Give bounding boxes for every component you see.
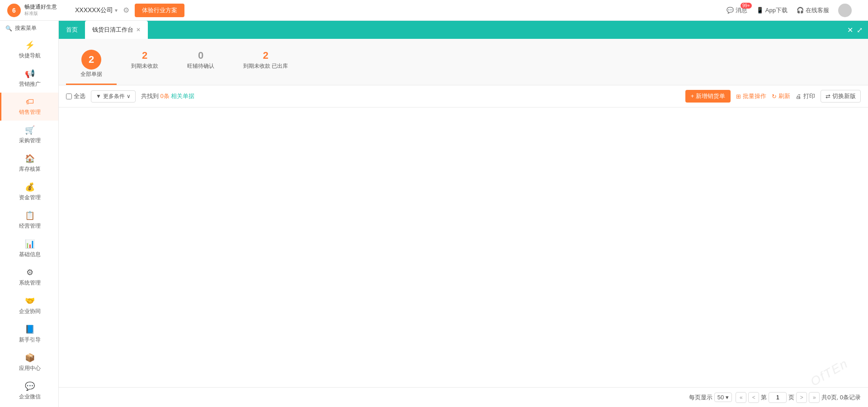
sidebar-item-member[interactable]: V畅会员	[0, 405, 58, 407]
batch-icon: ⊞	[736, 93, 741, 100]
print-icon: 🖨	[796, 93, 802, 100]
tab-close-1[interactable]: ✕	[136, 27, 141, 33]
chevron-down-icon: ▾	[115, 7, 118, 14]
search-icon: 🔍	[5, 25, 12, 32]
chevron-down-icon: ∨	[127, 93, 131, 99]
select-all-checkbox[interactable]: 全选	[66, 92, 85, 100]
trial-button[interactable]: 体验行业方案	[135, 4, 184, 17]
first-page-button[interactable]: «	[736, 392, 746, 403]
app-center-icon: 📦	[25, 353, 35, 363]
sidebar-item-basic-info[interactable]: 📊基础信息	[0, 234, 58, 263]
stat-label-overdue: 到期未收款	[131, 62, 158, 70]
app-name: 畅捷通好生意	[24, 4, 57, 11]
sidebar-item-operations[interactable]: 📋经营管理	[0, 206, 58, 234]
sidebar-item-finance[interactable]: 💰资金管理	[0, 178, 58, 206]
tab-item-1[interactable]: 钱货日清工作台✕	[85, 21, 148, 39]
sidebar-item-quick-nav[interactable]: ⚡快捷导航	[0, 36, 58, 64]
page-size-select-box[interactable]: 50 ▾	[714, 393, 732, 402]
online-service-action[interactable]: 🎧 在线客服	[797, 6, 829, 14]
switch-label: 切换新版	[832, 92, 856, 100]
app-version: 标准版	[24, 10, 57, 17]
stat-tab-all[interactable]: 2全部单据	[66, 46, 117, 85]
filter-label: 更多条件	[103, 93, 125, 100]
last-page-button[interactable]: »	[809, 392, 820, 403]
message-action[interactable]: 💬 消息 99+	[726, 6, 747, 14]
page-size-selector: 每页显示 50 ▾	[689, 393, 732, 402]
select-all-input[interactable]	[66, 94, 72, 99]
select-all-label: 全选	[74, 92, 85, 100]
company-selector[interactable]: XXXXXX公司 ▾	[75, 6, 118, 14]
sidebar-label-finance: 资金管理	[19, 194, 41, 201]
tab-bar: 首页钱货日清工作台✕ ✕ ⤢	[59, 21, 868, 39]
sidebar-item-weixin[interactable]: 💬企业微信	[0, 377, 58, 405]
tab-bar-actions: ✕ ⤢	[847, 26, 868, 34]
expand-icon[interactable]: ⤢	[857, 26, 863, 34]
app-download-label: App下载	[765, 6, 788, 14]
stat-number-wangpu: 0	[198, 50, 203, 61]
refresh-button[interactable]: ↻ 刷新	[772, 92, 790, 100]
sidebar-label-purchase: 采购管理	[19, 137, 41, 145]
sidebar-label-cooperation: 企业协同	[19, 308, 41, 315]
next-page-button[interactable]: >	[796, 392, 807, 403]
search-menu[interactable]: 🔍 搜索菜单	[0, 21, 58, 36]
settings-icon[interactable]: ⚙	[123, 6, 129, 14]
print-label: 打印	[803, 92, 815, 100]
sidebar-item-inventory[interactable]: 🏠库存核算	[0, 149, 58, 178]
cooperation-icon: 🤝	[25, 296, 35, 306]
stat-number-all: 2	[81, 50, 101, 70]
sidebar-item-marketing[interactable]: 📢营销推广	[0, 64, 58, 93]
stat-tab-wangpu[interactable]: 0旺辅待确认	[173, 46, 229, 85]
sidebar-item-cooperation[interactable]: 🤝企业协同	[0, 291, 58, 320]
close-all-tabs-icon[interactable]: ✕	[847, 26, 853, 34]
quick-nav-icon: ⚡	[25, 40, 35, 50]
top-header: 6 畅捷通好生意 标准版 XXXXXX公司 ▾ ⚙ 体验行业方案 💬 消息 99…	[0, 0, 868, 21]
stat-tab-overdue[interactable]: 2到期未收款	[117, 46, 173, 85]
print-button[interactable]: 🖨 打印	[796, 92, 815, 100]
stat-label-all: 全部单据	[80, 70, 102, 78]
avatar[interactable]	[838, 4, 852, 17]
tab-label-1: 钱货日清工作台	[92, 26, 133, 34]
sidebar-item-app-center[interactable]: 📦应用中心	[0, 348, 58, 377]
filter-button[interactable]: ▼ 更多条件 ∨	[91, 90, 136, 103]
batch-operation-button[interactable]: ⊞ 批量操作	[736, 92, 766, 100]
stat-tab-overdue-shipped[interactable]: 2到期未收款 已出库	[229, 46, 302, 85]
total-records: 共0页, 0条记录	[821, 393, 861, 402]
app-download-icon: 📱	[756, 7, 764, 14]
current-page-input[interactable]	[769, 392, 787, 403]
switch-icon: ⇄	[826, 93, 830, 100]
operations-icon: 📋	[25, 211, 35, 220]
page-navigation: « < 第 页 > » 共0页, 0条记录	[736, 392, 861, 403]
prev-page-button[interactable]: <	[748, 392, 759, 403]
sidebar-item-purchase[interactable]: 🛒采购管理	[0, 121, 58, 149]
main-content: 2全部单据2到期未收款0旺辅待确认2到期未收款 已出库 全选 ▼ 更多条件 ∨ …	[59, 39, 868, 407]
sidebar-item-sales[interactable]: 🏷销售管理	[0, 93, 58, 121]
content-area: 2全部单据2到期未收款0旺辅待确认2到期未收款 已出库 全选 ▼ 更多条件 ∨ …	[59, 39, 868, 407]
tab-label-0: 首页	[66, 26, 78, 34]
basic-info-icon: 📊	[25, 239, 35, 249]
company-name: XXXXXX公司	[75, 6, 113, 14]
header-right: 💬 消息 99+ 📱 App下载 🎧 在线客服	[726, 4, 861, 17]
page-label: 第	[761, 393, 767, 402]
page-suffix: 页	[788, 393, 794, 402]
sidebar-label-app-center: 应用中心	[19, 365, 41, 372]
sales-icon: 🏷	[26, 97, 34, 107]
found-count: 0条	[160, 93, 170, 99]
filter-icon: ▼	[96, 93, 101, 99]
tab-item-0[interactable]: 首页	[59, 21, 85, 39]
message-badge: 99+	[741, 3, 752, 9]
chevron-down-icon: ▾	[726, 394, 729, 401]
pagination: 每页显示 50 ▾ « < 第 页 > » 共0页, 0条记录	[59, 387, 868, 407]
system-icon: ⚙	[26, 267, 33, 277]
found-link[interactable]: 相关单据	[171, 93, 194, 99]
switch-version-button[interactable]: ⇄ 切换新版	[821, 90, 861, 103]
sidebar-label-guide: 新手引导	[19, 336, 41, 344]
logo-area: 6 畅捷通好生意 标准版	[7, 4, 66, 17]
add-sale-order-button[interactable]: + 新增销货单	[685, 90, 731, 103]
weixin-icon: 💬	[25, 381, 35, 391]
sidebar-item-system[interactable]: ⚙系统管理	[0, 263, 58, 291]
stats-tabs: 2全部单据2到期未收款0旺辅待确认2到期未收款 已出库	[59, 39, 868, 85]
sidebar-label-sales: 销售管理	[19, 108, 41, 116]
sidebar-item-guide[interactable]: 📘新手引导	[0, 320, 58, 348]
app-download-action[interactable]: 📱 App下载	[756, 6, 788, 14]
app-logo-icon: 6	[7, 4, 21, 17]
